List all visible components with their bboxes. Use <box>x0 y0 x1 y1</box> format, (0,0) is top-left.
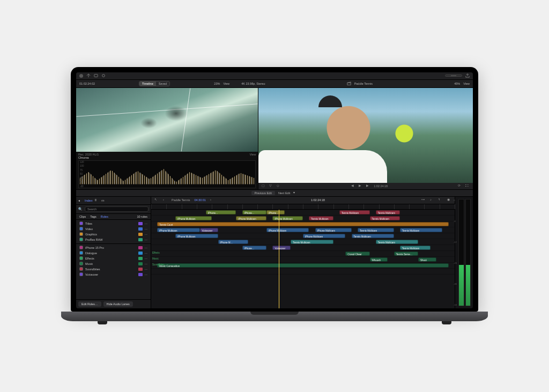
clip[interactable]: Voiceover <box>272 246 291 250</box>
timeline-track[interactable]: iPhone…VoiceoverTennis Multicam <box>151 245 455 251</box>
role-color-tag[interactable] <box>138 246 143 249</box>
role-checkbox[interactable] <box>79 238 83 241</box>
clip[interactable]: iPhone Multicam <box>175 216 212 220</box>
play-icon[interactable]: ▶ <box>359 184 363 188</box>
role-color-tag[interactable] <box>138 268 143 271</box>
previous-edit-button[interactable]: Previous Edit <box>251 191 275 195</box>
prev-frame-icon[interactable]: ◀ <box>351 184 355 188</box>
tab-clips[interactable]: Clips <box>79 215 86 218</box>
role-checkbox[interactable] <box>79 256 83 260</box>
enhance-icon[interactable] <box>101 73 106 78</box>
role-item[interactable]: Voiceover — <box>76 272 151 277</box>
timeline-name[interactable]: Paddle Tennis <box>172 198 190 202</box>
clip[interactable]: iPhone Multicam <box>303 234 345 238</box>
minus-icon[interactable]: — <box>145 252 148 255</box>
share-icon[interactable] <box>465 73 470 78</box>
clip[interactable]: Tennis Multicam <box>376 240 418 244</box>
clip[interactable]: Tennis Court <box>157 222 448 226</box>
clip[interactable]: Tennis Multicam <box>352 234 394 238</box>
role-color-tag[interactable] <box>138 273 143 276</box>
role-item[interactable]: Music — <box>76 261 151 267</box>
clip[interactable]: iPhone… <box>242 246 266 250</box>
minus-icon[interactable]: — <box>145 233 148 236</box>
clip[interactable]: Tennis Multicam <box>291 240 333 244</box>
role-checkbox[interactable] <box>79 272 83 276</box>
playhead[interactable] <box>279 210 279 308</box>
timeline-track[interactable]: iPhone M…Tennis MulticamTennis Multicam <box>151 239 455 245</box>
role-color-tag[interactable] <box>138 222 143 225</box>
history-fwd-icon[interactable]: › <box>210 198 214 202</box>
role-color-tag[interactable] <box>138 238 143 241</box>
role-color-tag[interactable] <box>138 262 143 265</box>
clip[interactable]: Tennis Multicam <box>400 228 442 232</box>
clip[interactable]: Shoot <box>418 257 436 262</box>
minus-icon[interactable]: — <box>145 262 148 265</box>
chevron-left-icon[interactable]: ◂ <box>78 198 83 203</box>
view-menu-right[interactable]: View <box>463 82 470 85</box>
minus-icon[interactable]: — <box>145 273 148 276</box>
view-menu-left[interactable]: View <box>223 82 229 85</box>
traffic-light-icon[interactable] <box>79 74 83 78</box>
role-checkbox[interactable] <box>79 246 83 249</box>
tool-icon[interactable]: ▢ <box>262 184 266 188</box>
clip[interactable]: iPhone… <box>266 210 285 215</box>
role-color-tag[interactable] <box>138 233 143 236</box>
role-item[interactable]: Titles — <box>76 221 151 226</box>
clip[interactable]: Music Composition <box>157 263 448 268</box>
role-checkbox[interactable] <box>79 262 83 265</box>
chevron-down-icon[interactable]: ▾ <box>293 191 298 195</box>
minus-icon[interactable]: — <box>145 246 148 249</box>
clip[interactable]: Whoosh <box>370 257 388 262</box>
clip[interactable]: Tennis Multicam <box>339 210 370 215</box>
clip[interactable]: Tennis Multicam <box>358 228 394 232</box>
role-color-tag[interactable] <box>138 227 143 231</box>
clip[interactable]: iPhone Multicam <box>315 228 352 232</box>
list-icon[interactable]: ≡ <box>95 198 99 203</box>
edit-roles-button[interactable]: Edit Roles… <box>78 301 101 307</box>
timeline-tracks[interactable]: iPhone…iPhone…iPhone…Tennis MulticamTenn… <box>151 210 455 308</box>
scope-view-menu[interactable]: View <box>250 153 256 156</box>
clip[interactable]: iPhone Multicam <box>266 228 309 232</box>
timeline-track[interactable]: WhooshShootMusic <box>151 257 455 263</box>
timeline-track[interactable]: Crowd CheerTennis Serve…Effects <box>151 251 455 257</box>
role-item[interactable]: Graphics — <box>76 232 151 237</box>
arrow-tool-icon[interactable]: ↖ <box>154 198 159 202</box>
timeline-track[interactable]: iPhone…iPhone…iPhone…Tennis MulticamTenn… <box>151 210 455 216</box>
clip[interactable]: iPhone M… <box>218 240 249 244</box>
minus-icon[interactable]: — <box>145 268 148 271</box>
timeline-track[interactable]: iPhone MulticamiPhone MulticamTennis Mul… <box>151 233 455 239</box>
clip[interactable]: Tennis Multicam <box>370 216 400 220</box>
clip[interactable]: iPhone Multicam <box>157 228 199 232</box>
clip[interactable]: iPhone Multicam <box>236 216 266 220</box>
role-checkbox[interactable] <box>79 232 83 236</box>
role-checkbox[interactable] <box>79 221 83 225</box>
tool-icon[interactable]: ◇ <box>277 184 281 188</box>
zoom-right[interactable]: 45% <box>454 82 460 85</box>
timeline-saved-segment[interactable]: Timeline Saved <box>139 81 170 86</box>
role-item[interactable]: iPhone 15 Pro — <box>76 245 151 250</box>
timeline-track[interactable]: iPhone MulticamVoiceoveriPhone Multicami… <box>151 227 455 233</box>
timeline-track[interactable] <box>151 269 455 275</box>
role-color-tag[interactable] <box>138 252 143 255</box>
tab-roles[interactable]: Roles <box>101 215 108 218</box>
search-input[interactable] <box>85 206 149 212</box>
role-item[interactable]: Effects — <box>76 256 151 261</box>
fullscreen-icon[interactable]: ⛶ <box>465 184 470 188</box>
zoom-left[interactable]: 23% <box>214 82 220 85</box>
skimming-icon[interactable]: ⊶ <box>421 198 426 202</box>
index-label[interactable]: Index <box>85 199 93 202</box>
audio-skim-icon[interactable]: ♪ <box>430 198 434 202</box>
clip[interactable]: iPhone… <box>206 210 236 215</box>
role-checkbox[interactable] <box>79 251 83 255</box>
event-viewer[interactable] <box>76 88 258 152</box>
clip[interactable]: Tennis Serve… <box>394 252 418 256</box>
clip[interactable]: Crowd Cheer <box>345 252 369 256</box>
loop-icon[interactable]: ⟳ <box>458 184 462 188</box>
role-item[interactable]: ProRes RAW — <box>76 237 151 242</box>
import-icon[interactable] <box>86 73 91 78</box>
minus-icon[interactable]: — <box>145 238 148 241</box>
role-item[interactable]: Video — <box>76 226 151 232</box>
tab-tags[interactable]: Tags <box>90 215 97 218</box>
minus-icon[interactable]: — <box>145 257 148 260</box>
snap-icon[interactable]: ⫯ <box>439 198 443 202</box>
